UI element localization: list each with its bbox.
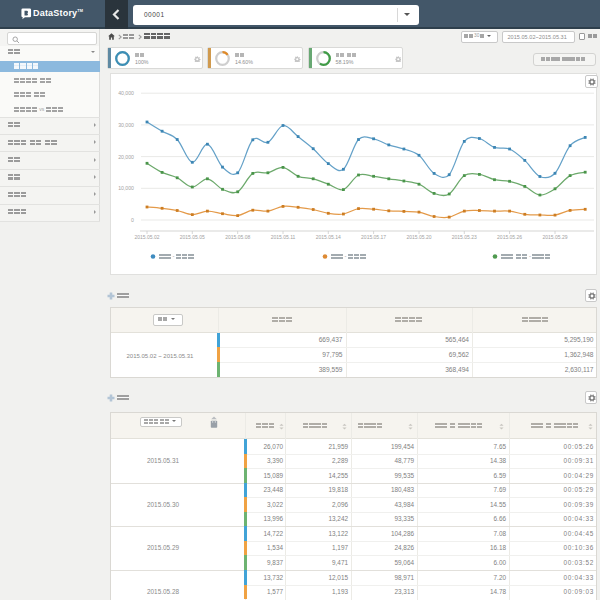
svg-text:2015.05.29: 2015.05.29 [542,234,567,240]
svg-text:2015.05.11: 2015.05.11 [271,234,296,240]
svg-text:2015.05.17: 2015.05.17 [361,234,386,240]
svg-text:2015.05.14: 2015.05.14 [316,234,341,240]
svg-text:2015.05.20: 2015.05.20 [406,234,431,240]
svg-text:10,000: 10,000 [118,185,134,191]
svg-text:2015.05.23: 2015.05.23 [452,234,477,240]
svg-text:2015.05.08: 2015.05.08 [225,234,250,240]
svg-text:2015.05.02: 2015.05.02 [134,234,159,240]
svg-text:0: 0 [131,217,134,223]
svg-text:30,000: 30,000 [118,121,134,127]
svg-text:20,000: 20,000 [118,153,134,159]
svg-text:2015.05.05: 2015.05.05 [180,234,205,240]
svg-text:40,000: 40,000 [118,90,134,96]
svg-text:2015.05.26: 2015.05.26 [497,234,522,240]
